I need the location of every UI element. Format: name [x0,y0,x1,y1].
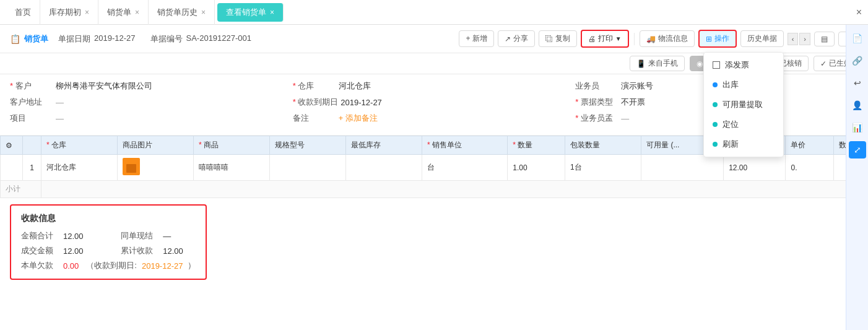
dropdown-add-invoice[interactable]: 添发票 [704,55,783,75]
payment-section: 收款信息 金额合计 12.00 同单现结 — 成交金额 12.00 [10,204,207,280]
dropdown-refresh[interactable]: 刷新 [704,134,783,154]
customer-label: 客户 [10,80,53,92]
tab-sales-close[interactable]: × [135,8,139,17]
address-value: — [53,98,66,107]
tab-sales-history[interactable]: 销货单历史 × [149,0,215,25]
col-quantity: * 数量 [508,136,565,155]
sidebar-expand-icon[interactable]: ⤢ [849,141,866,158]
cumulative-row: 累计收款 12.00 [121,245,196,256]
subtotal-row: 小计 [1,181,868,198]
row-stock: 12.00 [724,155,786,181]
warehouse-field: 仓库 河北仓库 [293,80,576,92]
logistics-button[interactable]: 🚚 物流信息 [640,30,695,47]
toolbar-separator [634,33,635,45]
staff-value: 演示账号 [618,80,656,92]
sidebar-doc-icon[interactable]: 📄 [849,30,866,47]
tab-sales-label: 销货单 [107,7,131,18]
dropdown-outbound[interactable]: 出库 [704,75,783,95]
col-spec: 规格型号 [270,136,346,155]
total-value: 12.00 [63,232,84,241]
transaction-row: 成交金额 12.00 [21,245,96,256]
col-min-stock: 最低库存 [346,136,422,155]
payment-area: 收款信息 金额合计 12.00 同单现结 — 成交金额 12.00 [0,198,868,286]
col-product-img: 商品图片 [118,136,194,155]
doc-toolbar: + 新增 ↗ 分享 ⿻ 复制 🖨 打印 ▼ 🚚 物流信息 [459,30,858,48]
project-value: — [53,114,66,123]
row-quantity: 1.00 [508,155,565,181]
warehouse-label: 仓库 [293,80,336,92]
copy-button[interactable]: ⿻ 复制 [539,30,577,47]
arrears-value: 0.00 [63,261,79,271]
ticket-label: 票据类型 [575,97,618,108]
outbound-icon [713,82,718,87]
arrears-label: 本单欠款 [21,260,58,271]
staff-label: 业务员 [575,80,618,92]
same-order-label: 同单现结 [121,230,158,241]
doc-title-text: 销货单 [24,33,48,45]
arrears-row: 本单欠款 0.00 （收款到期日: 2019-12-27 ） [21,260,196,271]
next-button[interactable]: › [799,33,810,45]
history-button[interactable]: 历史单据 [740,30,784,47]
row-warehouse: 河北仓库 [41,155,118,181]
tab-inventory-close[interactable]: × [85,8,89,17]
tab-sales-order[interactable]: 销货单 × [98,0,149,25]
remark-label: 备注 [293,113,336,124]
transaction-value: 12.00 [63,246,84,256]
address-field: 客户地址 — [10,97,293,108]
doc-icon: 📋 [10,34,20,44]
dropdown-available-qty[interactable]: 可用量提取 [704,95,783,115]
share-icon: ↗ [505,35,511,43]
right-sidebar: 📄 🔗 ↩ 👤 📊 ⤢ [846,25,868,330]
tab-view-label: 查看销货单 [226,7,266,18]
dropdown-locate[interactable]: 定位 [704,115,783,134]
add-remark-btn[interactable]: + 添加备注 [336,113,380,124]
duedate-field: 收款到期日 2019-12-27 [293,97,576,108]
list-view-button[interactable]: ▤ [814,32,835,46]
duedate-label: 收款到期日 [293,97,339,108]
transaction-label: 成交金额 [21,245,58,256]
col-price: 单价 [786,136,834,155]
row-price: 0. [786,155,834,181]
sidebar-return-icon[interactable]: ↩ [849,74,866,92]
tab-home[interactable]: 首页 [6,0,40,25]
tab-home-label: 首页 [15,7,31,18]
operation-icon: ⊞ [706,35,712,43]
prev-button[interactable]: ‹ [788,33,799,45]
mobile-source-button[interactable]: 📱 来自手机 [630,56,685,71]
doc-date-label: 单据日期 2019-12-27 [58,33,136,45]
print-button[interactable]: 🖨 打印 ▼ [581,30,629,48]
ticket-value: 不开票 [618,97,648,108]
operation-button[interactable]: ⊞ 操作 [698,30,737,48]
global-close-button[interactable]: × [856,7,862,18]
col-warehouse: * 仓库 [41,136,118,155]
col-settings: ⚙ [1,136,23,155]
share-button[interactable]: ↗ 分享 [498,30,535,47]
available-qty-icon [713,102,718,107]
row-unit: 台 [422,155,508,181]
doc-header: 📋 销货单 单据日期 2019-12-27 单据编号 SA-20191227-0… [0,25,868,53]
col-unit: * 销售单位 [422,136,508,155]
sidebar-link-icon[interactable]: 🔗 [849,52,866,69]
not-open-icon: ◉ [697,59,703,68]
tab-inventory-init[interactable]: 库存期初 × [40,0,98,25]
row-spec [270,155,346,181]
new-button[interactable]: + 新增 [459,30,493,47]
tab-bar: 首页 库存期初 × 销货单 × 销货单历史 × 查看销货单 × × [0,0,868,25]
total-label: 金额合计 [21,230,58,241]
row-product-img [118,155,194,181]
tab-view-close[interactable]: × [270,8,274,17]
sidebar-chart-icon[interactable]: 📊 [849,119,866,136]
logistics-icon: 🚚 [646,35,656,43]
operation-dropdown: 添发票 出库 可用量提取 定位 [703,52,784,157]
col-num [23,136,41,155]
sales-staff-value: — [618,114,631,123]
mobile-icon: 📱 [636,59,646,68]
arrears-due-date: 2019-12-27 [142,261,183,271]
tab-history-label: 销货单历史 [157,7,197,18]
sidebar-user-icon[interactable]: 👤 [849,97,866,114]
subtotal-values [41,181,868,198]
tab-history-close[interactable]: × [201,8,206,17]
tab-view-sales[interactable]: 查看销货单 × [217,3,284,22]
customer-value: 柳州粤港平安气体有限公司 [53,80,155,92]
row-min-stock [346,155,422,181]
